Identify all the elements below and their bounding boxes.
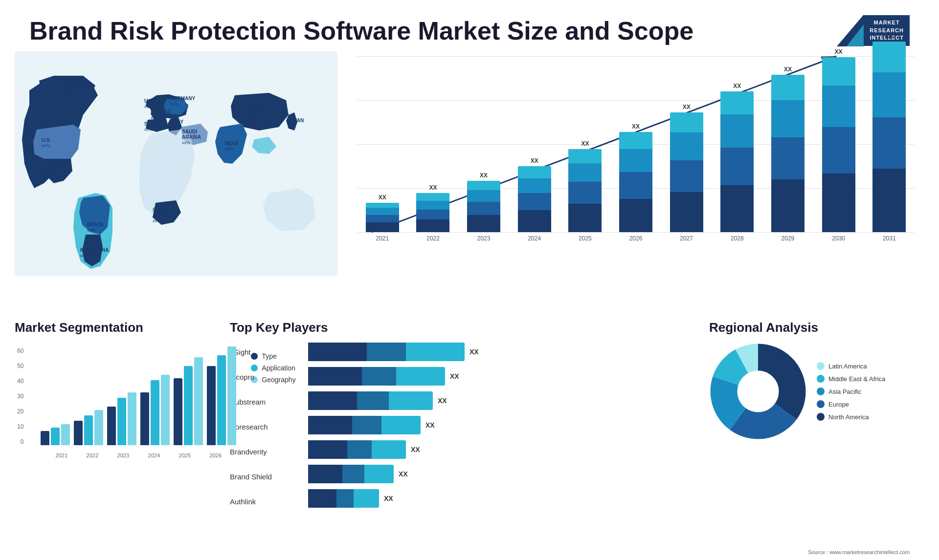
- hbar-coresearch-label: XX: [425, 421, 435, 429]
- bar-col-2030: XX 2030: [813, 48, 864, 242]
- bar-group-2021: [41, 424, 70, 445]
- legend-north-america: North America: [817, 413, 885, 421]
- bar-value-2031: XX: [885, 33, 893, 40]
- player-coresearch: Coresearch: [230, 417, 293, 436]
- hbar-isight-bar: [308, 343, 465, 361]
- hbar-brandverity: XX: [308, 440, 699, 459]
- bar-year-2024: 2024: [528, 235, 541, 242]
- svg-text:SOUTH: SOUTH: [153, 207, 170, 213]
- svg-text:xx%: xx%: [170, 125, 179, 130]
- svg-text:SPAIN: SPAIN: [144, 121, 159, 127]
- svg-text:xx%: xx%: [225, 147, 233, 151]
- app-bar-2025: [184, 366, 193, 445]
- svg-text:U.K.: U.K.: [144, 98, 154, 104]
- growth-chart-area: XX 2021 XX: [347, 51, 924, 310]
- bottom-section: Market Segmentation 60 50 40 30 20 10 0: [0, 310, 939, 516]
- legend-europe: Europe: [817, 400, 885, 408]
- page-header: Brand Risk Protection Software Market Si…: [0, 0, 939, 51]
- bar-value-2024: XX: [531, 157, 538, 164]
- bar-group-2023: [107, 392, 136, 445]
- hbar-authlink: XX: [308, 489, 699, 508]
- geo-bar-2021: [61, 424, 70, 445]
- bar-year-2025: 2025: [579, 235, 592, 242]
- geo-bar-2025: [194, 357, 203, 445]
- bar-year-2031: 2031: [883, 235, 896, 242]
- bar-year-2021: 2021: [376, 235, 389, 242]
- dot-latin-america: [817, 362, 825, 370]
- dot-europe: [817, 400, 825, 408]
- bar-col-2031: XX 2031: [864, 33, 915, 242]
- svg-text:xx%: xx%: [144, 127, 153, 132]
- svg-text:FRANCE: FRANCE: [151, 109, 171, 115]
- bar-value-2021: XX: [379, 194, 386, 201]
- source-text: Source : www.marketresearchintellect.com: [808, 549, 910, 555]
- svg-text:CHINA: CHINA: [249, 105, 265, 110]
- bar-group-2025: [174, 357, 203, 445]
- bar-year-2026: 2026: [629, 235, 643, 242]
- player-brandverity: Brandverity: [230, 442, 293, 461]
- type-bar-2021: [41, 431, 49, 445]
- world-map: CANADA xx% U.S. xx% MEXICO xx% BRAZIL xx…: [15, 51, 347, 310]
- bar-year-2029: 2029: [782, 235, 795, 242]
- bar-year-2030: 2030: [832, 235, 845, 242]
- svg-text:U.S.: U.S.: [42, 137, 51, 143]
- legend-middle-east: Middle East & Africa: [817, 375, 885, 383]
- bar-groups: 2021 2022 2023 2024 2025 2026: [41, 343, 236, 458]
- app-bar-2023: [117, 398, 126, 445]
- svg-text:BRAZIL: BRAZIL: [87, 222, 105, 227]
- y-axis: 60 50 40 30 20 10 0: [15, 343, 26, 450]
- svg-text:INDIA: INDIA: [225, 141, 238, 146]
- bar-value-2025: XX: [581, 140, 589, 147]
- type-bar-2022: [74, 421, 83, 445]
- regional-legend: Latin America Middle East & Africa Asia …: [817, 362, 885, 421]
- svg-text:GERMANY: GERMANY: [170, 96, 195, 101]
- bar-year-2023: 2023: [477, 235, 491, 242]
- top-section: CANADA xx% U.S. xx% MEXICO xx% BRAZIL xx…: [0, 51, 939, 310]
- app-bar-2021: [51, 428, 60, 445]
- bar-col-2028: XX 2028: [712, 83, 762, 242]
- segmentation-title: Market Segmentation: [15, 320, 220, 335]
- bar-group-2024: [140, 375, 170, 445]
- geo-bar-2022: [94, 410, 103, 445]
- player-authlink: Authlink: [230, 492, 293, 511]
- hbar-brandverity-bar: [308, 440, 406, 459]
- bar-col-2021: XX 2021: [357, 194, 408, 242]
- key-players-title: Top Key Players: [230, 320, 699, 335]
- svg-text:xx%: xx%: [87, 228, 95, 233]
- x-axis: 2021 2022 2023 2024 2025 2026: [41, 452, 236, 458]
- svg-text:xx%: xx%: [80, 253, 88, 258]
- bar-col-2024: XX 2024: [509, 157, 560, 242]
- hbar-brandverity-label: XX: [411, 446, 420, 453]
- hbar-coresearch: XX: [308, 416, 699, 434]
- bar-value-2022: XX: [429, 184, 437, 191]
- bar-col-2023: XX 2023: [458, 172, 509, 242]
- svg-text:xx%: xx%: [46, 170, 55, 175]
- app-bar-2024: [151, 380, 159, 445]
- svg-text:xx%: xx%: [64, 86, 72, 91]
- dot-asia-pacific: [817, 388, 825, 395]
- donut-chart-svg: [709, 343, 807, 440]
- players-content: i-Sight Incopro Hubstream Coresearch Bra…: [230, 343, 699, 511]
- bar-group-2026: [207, 346, 236, 445]
- geo-bar-2023: [128, 392, 136, 445]
- hbar-incopro-label: XX: [450, 372, 459, 380]
- market-segmentation: Market Segmentation 60 50 40 30 20 10 0: [15, 320, 220, 511]
- type-bar-2023: [107, 407, 116, 445]
- bar-value-2026: XX: [632, 123, 640, 130]
- key-players-section: Top Key Players i-Sight Incopro Hubstrea…: [230, 320, 699, 511]
- hbar-incopro-bar: [308, 367, 445, 386]
- svg-text:JAPAN: JAPAN: [288, 118, 304, 123]
- app-bar-2022: [84, 415, 93, 445]
- horizontal-bars: XX XX: [308, 343, 699, 511]
- hbar-hubstream-label: XX: [438, 397, 447, 405]
- player-incopro: Incopro: [230, 367, 293, 387]
- regional-analysis: Regional Analysis Lati: [709, 320, 924, 511]
- bar-chart: [41, 343, 236, 450]
- bar-group-2022: [74, 410, 103, 445]
- map-svg: CANADA xx% U.S. xx% MEXICO xx% BRAZIL xx…: [15, 51, 337, 276]
- hbar-coresearch-bar: [308, 416, 421, 434]
- bar-col-2022: XX 2022: [408, 184, 459, 242]
- bar-value-2027: XX: [683, 104, 691, 110]
- svg-text:ARGENTINA: ARGENTINA: [80, 247, 109, 253]
- dot-middle-east: [817, 375, 825, 383]
